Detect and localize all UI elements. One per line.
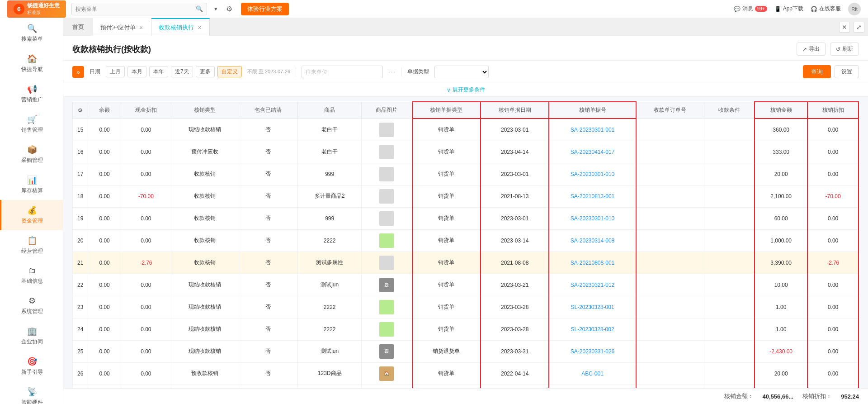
sidebar-item-hardware[interactable]: 📡 智能硬件 — [0, 381, 63, 404]
table-cell: -70.00 — [121, 185, 171, 207]
bill-no-link[interactable]: ABC-001 — [581, 371, 604, 377]
sidebar-item-collab[interactable]: 🏢 企业协同 — [0, 321, 63, 351]
sidebar-item-search[interactable]: 🔍 搜索菜单 — [0, 18, 63, 48]
table-cell[interactable]: SA-20210808-001 — [549, 252, 636, 274]
more-date-btn[interactable]: 更多 — [196, 66, 215, 77]
sidebar-item-inventory[interactable]: 📊 库存核算 — [0, 170, 63, 200]
table-cell[interactable]: SA-20230314-008 — [549, 229, 636, 252]
app-download-label: App下载 — [783, 5, 803, 13]
bill-no-link[interactable]: SL-20230328-002 — [571, 326, 614, 333]
table-cell: 0.00 — [88, 141, 121, 163]
table-cell: 0.00 — [88, 252, 121, 274]
tab-receivable[interactable]: 收款核销执行 × — [151, 18, 210, 36]
export-button[interactable]: ↗ 导出 — [797, 43, 826, 56]
bill-no-link[interactable]: SA-20210808-001 — [571, 260, 614, 266]
tab-close-window-icon[interactable]: ✕ — [839, 22, 850, 33]
bill-no-link[interactable]: SL-20230328-001 — [571, 304, 614, 310]
bill-no-link[interactable]: SA-20230301-010 — [571, 171, 614, 177]
table-cell: 老白干 — [298, 119, 362, 141]
this-year-btn[interactable]: 本年 — [149, 66, 168, 77]
bill-no-link[interactable]: SA-20210813-001 — [571, 193, 614, 200]
th-bill-date: 核销单据日期 — [481, 102, 549, 119]
last-7days-btn[interactable]: 近7天 — [171, 66, 193, 77]
last-month-btn[interactable]: 上月 — [106, 66, 125, 77]
bill-no-link[interactable]: SA-20230331-026 — [571, 348, 614, 355]
table-container[interactable]: ⚙ 余额 现金折扣 核销类型 包含已结清 商品 商品图片 核销单据类型 核销单据… — [63, 97, 868, 388]
search-dropdown-icon[interactable]: ▾ — [214, 5, 217, 12]
table-cell: 0.00 — [88, 229, 121, 252]
footer-amount-label: 核销金额： — [724, 392, 754, 400]
sidebar-item-operations[interactable]: 📋 经营管理 — [0, 230, 63, 261]
sidebar-item-sales[interactable]: 🛒 销售管理 — [0, 109, 63, 139]
sidebar-item-purchase[interactable]: 📦 采购管理 — [0, 139, 63, 170]
tab-prepay-close-icon[interactable]: × — [138, 23, 144, 32]
sidebar-item-guide[interactable]: 🎯 新手引导 — [0, 351, 63, 381]
inventory-icon: 📊 — [27, 175, 37, 185]
online-service-item[interactable]: 🎧 在线客服 — [811, 5, 841, 13]
message-item[interactable]: 💬 消息 99+ — [734, 5, 767, 13]
settings-gear-icon[interactable]: ⚙ — [223, 3, 236, 15]
bill-no-link[interactable]: SA-20230321-012 — [571, 282, 614, 288]
table-cell[interactable]: SL-20230328-001 — [549, 296, 636, 318]
user-avatar[interactable]: Rit — [848, 3, 861, 15]
product-image-cell — [362, 318, 412, 340]
table-cell — [704, 340, 755, 362]
table-cell[interactable]: SA-20230321-012 — [549, 274, 636, 296]
table-cell[interactable]: SA-20230414-017 — [549, 141, 636, 163]
query-button[interactable]: 查询 — [803, 65, 831, 78]
tab-receivable-close-icon[interactable]: × — [197, 23, 202, 32]
bill-no-link[interactable]: SA-20230314-008 — [571, 238, 614, 244]
this-month-btn[interactable]: 本月 — [127, 66, 146, 77]
table-cell: 2021-08-13 — [481, 185, 549, 207]
sidebar-item-system[interactable]: ⚙ 系统管理 — [0, 290, 63, 321]
product-image-cell — [362, 141, 412, 163]
bill-type-select[interactable] — [434, 66, 489, 78]
export-icon: ↗ — [802, 46, 807, 52]
sidebar-item-quicknav[interactable]: 🏠 快捷导航 — [0, 48, 63, 79]
search-menu-icon: 🔍 — [27, 24, 37, 33]
custom-date-btn[interactable]: 自定义 — [217, 66, 242, 77]
table-cell[interactable]: SA-20230331-026 — [549, 340, 636, 362]
table-cell: 0.00 — [121, 163, 171, 185]
bill-no-link[interactable]: SA-20230301-001 — [571, 127, 614, 133]
table-cell[interactable]: ABC-001 — [549, 362, 636, 385]
from-unit-input[interactable] — [302, 66, 383, 78]
table-row: 210.00-2.76收款核销否测试多属性销货单2021-08-08SA-202… — [73, 252, 859, 274]
sidebar-item-basic-info[interactable]: 🗂 基础信息 — [0, 261, 63, 290]
industry-solution-button[interactable]: 体验行业方案 — [241, 3, 289, 15]
table-cell[interactable]: SL-20230408-001 — [549, 385, 636, 388]
setting-button[interactable]: 设置 — [835, 65, 859, 78]
bill-no-link[interactable]: SA-20230301-010 — [571, 215, 614, 222]
tab-home[interactable]: 首页 — [63, 18, 93, 36]
expand-more-button[interactable]: ∨ 展开更多条件 — [447, 86, 485, 94]
sidebar-item-finance[interactable]: 💰 资金管理 — [0, 200, 63, 230]
filter-expand-button[interactable]: » — [72, 66, 84, 78]
table-cell: 2,100.00 — [755, 185, 807, 207]
product-image: 🏠 — [379, 366, 394, 381]
tab-prepay[interactable]: 预付冲应付单 × — [93, 18, 151, 36]
message-icon: 💬 — [734, 6, 741, 12]
th-gear[interactable]: ⚙ — [73, 102, 88, 119]
table-cell: 2222 — [298, 296, 362, 318]
table-cell[interactable]: SA-20230301-010 — [549, 207, 636, 229]
refresh-button[interactable]: ↺ 刷新 — [830, 43, 859, 56]
table-cell[interactable]: SA-20230301-001 — [549, 119, 636, 141]
sidebar-item-marketing[interactable]: 📢 营销推广 — [0, 79, 63, 109]
filter-more-dots[interactable]: ··· — [388, 68, 396, 75]
table-cell[interactable]: SL-20230328-002 — [549, 318, 636, 340]
table-cell[interactable]: SA-20230301-010 — [549, 163, 636, 185]
app-download-item[interactable]: 📱 App下载 — [774, 5, 803, 13]
tab-maximize-icon[interactable]: ⤢ — [854, 22, 864, 33]
table-cell: 收款核销 — [171, 252, 239, 274]
table-cell: 否 — [239, 318, 297, 340]
top-search-input[interactable] — [75, 6, 194, 12]
product-image-cell — [362, 296, 412, 318]
table-cell — [704, 229, 755, 252]
table-cell[interactable]: SA-20210813-001 — [549, 185, 636, 207]
table-cell — [636, 229, 704, 252]
table-cell — [636, 296, 704, 318]
top-search[interactable]: 🔍 — [71, 3, 207, 15]
table-row: 180.00-70.00收款核销否多计量商品2销货单2021-08-13SA-2… — [73, 185, 859, 207]
bill-no-link[interactable]: SA-20230414-017 — [571, 149, 614, 155]
table-cell: 销货退货单 — [412, 340, 481, 362]
